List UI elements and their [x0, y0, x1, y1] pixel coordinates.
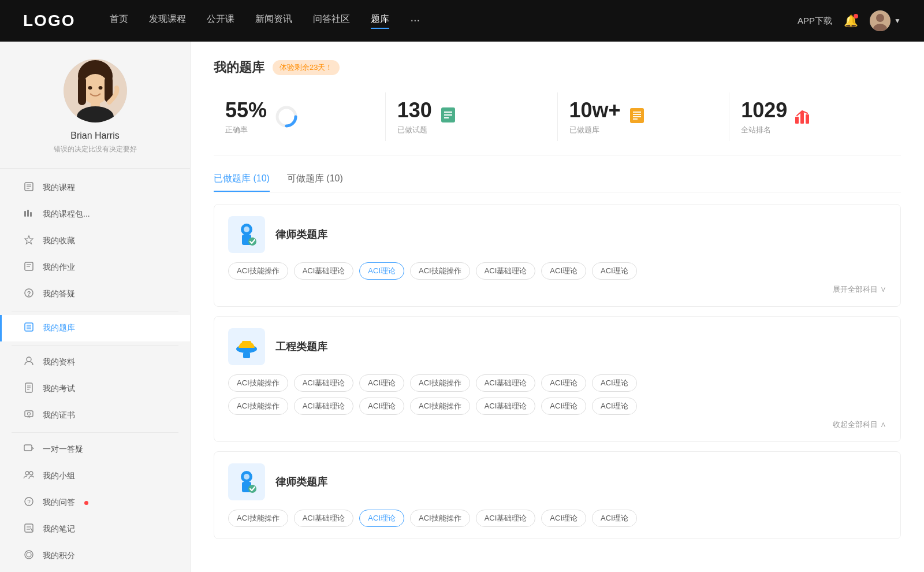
course-icon — [23, 181, 35, 194]
tags-row-2b: ACI技能操作ACI基础理论ACI理论ACI技能操作ACI基础理论ACI理论AC… — [228, 398, 886, 415]
tag[interactable]: ACI技能操作 — [228, 398, 288, 415]
sidebar-item-group[interactable]: 我的小组 — [0, 463, 190, 489]
tag[interactable]: ACI理论 — [592, 398, 637, 415]
sidebar-item-profile[interactable]: 我的资料 — [0, 349, 190, 376]
svg-line-46 — [31, 528, 32, 531]
user-avatar-menu[interactable]: ▼ — [870, 10, 901, 31]
stat-rank: 1029 全站排名 — [729, 92, 901, 141]
svg-point-10 — [88, 86, 92, 90]
tag[interactable]: ACI理论 — [359, 374, 404, 392]
sidebar-item-favorites[interactable]: 我的收藏 — [0, 228, 190, 254]
app-download-link[interactable]: APP下载 — [798, 16, 832, 27]
tag[interactable]: ACI理论 — [541, 398, 586, 415]
stat-done-banks: 10w+ 已做题库 — [558, 92, 730, 141]
stat-value-done-banks: 10w+ — [569, 98, 621, 122]
tag[interactable]: ACI技能操作 — [228, 510, 288, 527]
divider-2 — [12, 345, 178, 346]
sidebar-item-qbank[interactable]: 我的题库 — [0, 315, 190, 341]
svg-rect-69 — [242, 341, 251, 343]
svg-rect-18 — [30, 212, 32, 217]
svg-rect-70 — [243, 352, 250, 358]
nav-item-news[interactable]: 新闻资讯 — [255, 13, 292, 29]
nav-more[interactable]: ··· — [410, 13, 420, 29]
tag[interactable]: ACI理论 — [359, 398, 404, 415]
collapse-link-1[interactable]: 收起全部科目 ∧ — [228, 419, 886, 430]
sidebar-label-certificate: 我的证书 — [43, 410, 75, 421]
sidebar-item-points[interactable]: 我的积分 — [0, 543, 190, 569]
nav-item-qbank[interactable]: 题库 — [371, 13, 389, 29]
avatar — [870, 10, 891, 31]
qbank-card-engineer: 工程类题库 ACI技能操作ACI基础理论ACI理论ACI技能操作ACI基础理论A… — [214, 316, 901, 442]
qbank-card-lawyer-1: 律师类题库 ACI技能操作ACI基础理论ACI理论ACI技能操作ACI基础理论A… — [214, 204, 901, 307]
nav-item-discover[interactable]: 发现课程 — [149, 13, 186, 29]
stat-value-done-q: 130 — [397, 98, 432, 122]
sidebar-item-exam[interactable]: 我的考试 — [0, 376, 190, 402]
tag[interactable]: ACI理论 — [541, 374, 586, 392]
tag[interactable]: ACI技能操作 — [410, 398, 470, 415]
svg-point-35 — [28, 413, 31, 415]
tag[interactable]: ACI技能操作 — [410, 374, 470, 392]
tag[interactable]: ACI理论 — [592, 374, 637, 392]
tag[interactable]: ACI技能操作 — [228, 374, 288, 392]
tag[interactable]: ACI技能操作 — [410, 262, 470, 280]
sidebar-item-course-package[interactable]: 我的课程包... — [0, 201, 190, 228]
sidebar-item-my-qa[interactable]: ? 我的问答 — [0, 489, 190, 516]
sidebar-item-notes[interactable]: 我的笔记 — [0, 516, 190, 543]
tutor-icon — [23, 443, 35, 456]
sidebar-item-certificate[interactable]: 我的证书 — [0, 402, 190, 429]
notification-dot — [854, 14, 858, 18]
course-package-icon — [23, 208, 35, 221]
tag[interactable]: ACI理论 — [359, 510, 404, 527]
expand-link-1[interactable]: 展开全部科目 ∨ — [228, 284, 886, 295]
done-banks-icon — [628, 106, 646, 127]
sidebar-item-tutor[interactable]: 一对一答疑 — [0, 436, 190, 463]
nav-item-home[interactable]: 首页 — [110, 13, 128, 29]
svg-point-11 — [98, 86, 102, 90]
exam-icon — [23, 382, 35, 395]
nav-item-opencourse[interactable]: 公开课 — [207, 13, 234, 29]
svg-rect-17 — [27, 210, 29, 217]
tag[interactable]: ACI理论 — [592, 510, 637, 527]
sidebar-item-my-course[interactable]: 我的课程 — [0, 174, 190, 201]
svg-rect-62 — [806, 114, 809, 124]
tag[interactable]: ACI技能操作 — [228, 262, 288, 280]
lawyer-icon-2 — [228, 463, 265, 500]
engineer-icon — [228, 328, 265, 365]
tag[interactable]: ACI基础理论 — [476, 398, 536, 415]
tabs: 已做题库 (10) 可做题库 (10) — [214, 173, 901, 192]
svg-rect-16 — [24, 211, 26, 217]
tag[interactable]: ACI理论 — [592, 262, 637, 280]
stats-row: 55% 正确率 130 已做试题 — [214, 92, 901, 155]
sidebar-item-qa-mine[interactable]: ? 我的答疑 — [0, 281, 190, 307]
tag[interactable]: ACI技能操作 — [410, 510, 470, 527]
tags-row-3: ACI技能操作ACI基础理论ACI理论ACI技能操作ACI基础理论ACI理论AC… — [228, 510, 886, 527]
nav-item-qa[interactable]: 问答社区 — [313, 13, 350, 29]
sidebar-label-homework: 我的作业 — [43, 262, 75, 273]
tab-done-banks[interactable]: 已做题库 (10) — [214, 173, 270, 192]
stat-done-banks-info: 10w+ 已做题库 — [569, 98, 621, 135]
stat-rank-info: 1029 全站排名 — [741, 98, 787, 135]
tag[interactable]: ACI基础理论 — [294, 398, 354, 415]
tag[interactable]: ACI理论 — [541, 510, 586, 527]
sidebar-label-exam: 我的考试 — [43, 384, 75, 394]
tag[interactable]: ACI基础理论 — [476, 262, 536, 280]
sidebar-label-points: 我的积分 — [43, 551, 75, 561]
tag[interactable]: ACI基础理论 — [294, 374, 354, 392]
tag[interactable]: ACI基础理论 — [294, 510, 354, 527]
sidebar-label-notes: 我的笔记 — [43, 524, 75, 534]
stat-label-done-banks: 已做题库 — [569, 125, 621, 135]
tag[interactable]: ACI基础理论 — [294, 262, 354, 280]
notification-bell[interactable]: 🔔 — [844, 14, 858, 28]
sidebar-label-tutor: 一对一答疑 — [43, 444, 83, 455]
main-layout: Brian Harris 错误的决定比没有决定要好 我的课程 我的课程包... — [0, 42, 924, 572]
tab-available-banks[interactable]: 可做题库 (10) — [287, 173, 343, 192]
svg-point-48 — [27, 552, 31, 557]
stat-label-done-q: 已做试题 — [397, 125, 432, 135]
tag[interactable]: ACI理论 — [541, 262, 586, 280]
svg-rect-61 — [800, 112, 804, 124]
tag[interactable]: ACI理论 — [359, 262, 404, 280]
sidebar-item-homework[interactable]: 我的作业 — [0, 254, 190, 281]
done-q-icon — [439, 106, 457, 128]
tag[interactable]: ACI基础理论 — [476, 510, 536, 527]
tag[interactable]: ACI基础理论 — [476, 374, 536, 392]
